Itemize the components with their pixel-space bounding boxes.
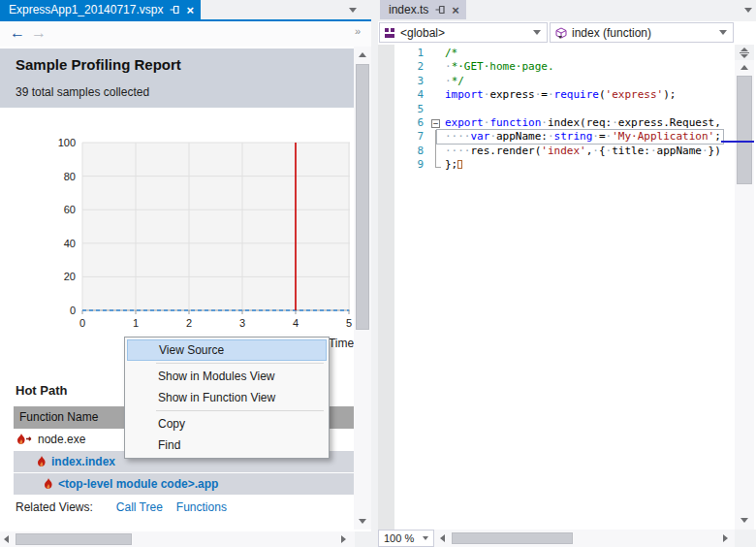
code-token: = bbox=[599, 130, 606, 143]
editor-navigation-bar: <global> index (function) bbox=[378, 21, 756, 45]
code-line-8[interactable]: ····res.render('index',·{·title:·appName… bbox=[445, 145, 733, 158]
svg-text:40: 40 bbox=[64, 238, 76, 249]
code-editor[interactable]: 123456789 − /*·*·GET·home·page.·*/import… bbox=[378, 45, 735, 530]
code-token: 'My·Application' bbox=[612, 130, 714, 143]
svg-text:0: 0 bbox=[70, 305, 76, 316]
scope-dropdown[interactable]: <global> bbox=[379, 22, 548, 43]
menu-separator bbox=[156, 410, 324, 411]
scope-value: <global> bbox=[400, 26, 528, 40]
back-button[interactable]: ← bbox=[10, 24, 25, 42]
code-token: index(req: bbox=[548, 116, 612, 129]
left-vertical-scrollbar[interactable] bbox=[354, 47, 371, 530]
report-title: Sample Profiling Report bbox=[16, 56, 181, 73]
scroll-left-icon[interactable] bbox=[4, 535, 9, 543]
chevron-down-icon[interactable] bbox=[719, 30, 727, 35]
close-icon[interactable]: × bbox=[186, 4, 194, 16]
code-line-9[interactable]: }; bbox=[445, 158, 733, 172]
editor-zoom-dropdown[interactable]: 100 % bbox=[378, 530, 434, 547]
right-vertical-scrollbar[interactable] bbox=[735, 45, 754, 530]
breakpoint-margin[interactable] bbox=[378, 45, 394, 530]
line-number: 9 bbox=[394, 158, 424, 172]
scroll-right-icon[interactable] bbox=[341, 535, 346, 543]
related-views: Related Views: Call TreeFunctions bbox=[16, 500, 227, 514]
cpu-usage-chart: 012345020406080100Time bbox=[0, 112, 378, 356]
close-icon[interactable]: × bbox=[452, 4, 459, 16]
code-token: ···· bbox=[445, 145, 471, 157]
code-token: · bbox=[592, 145, 599, 157]
left-vscroll-thumb[interactable] bbox=[356, 64, 369, 330]
report-subtitle: 39 total samples collected bbox=[16, 85, 149, 99]
scroll-left-icon[interactable] bbox=[440, 534, 445, 542]
code-line-4[interactable]: import·express·=·require('express'); bbox=[445, 88, 733, 102]
hot-path-row-top-level-module-code-app[interactable]: <top-level module code>.app bbox=[14, 473, 360, 496]
svg-text:60: 60 bbox=[64, 204, 76, 215]
svg-text:4: 4 bbox=[293, 317, 299, 329]
menu-item-show-in-modules-view[interactable]: Show in Modules View bbox=[127, 366, 327, 387]
code-token: function bbox=[489, 116, 541, 129]
function-name-label: node.exe bbox=[38, 429, 85, 451]
member-dropdown[interactable]: index (function) bbox=[550, 22, 734, 43]
code-token: /* bbox=[445, 47, 457, 59]
tab-well-dropdown-icon[interactable] bbox=[744, 8, 752, 13]
forward-button[interactable]: → bbox=[31, 24, 47, 42]
toolbar-overflow-button[interactable]: » bbox=[355, 25, 360, 37]
code-token: ( bbox=[599, 88, 606, 101]
chevron-down-icon[interactable] bbox=[533, 30, 541, 35]
code-token: ); bbox=[663, 88, 676, 101]
code-line-1[interactable]: /* bbox=[445, 47, 733, 60]
pane-separator[interactable] bbox=[371, 0, 378, 547]
scroll-down-icon[interactable] bbox=[359, 519, 366, 524]
caret-position-marker bbox=[721, 141, 754, 143]
svg-text:Time: Time bbox=[329, 337, 355, 350]
function-name-label[interactable]: <top-level module code>.app bbox=[58, 473, 218, 496]
editor-bottom-bar: 100 % bbox=[378, 530, 756, 547]
code-line-6[interactable]: export·function·index(req:·express.Reque… bbox=[445, 116, 733, 130]
svg-text:5: 5 bbox=[346, 317, 352, 329]
code-token: 'index' bbox=[541, 145, 585, 157]
left-hscroll-thumb[interactable] bbox=[16, 533, 132, 545]
tab-well-dropdown-icon[interactable] bbox=[349, 8, 357, 13]
related-views-label: Related Views: bbox=[16, 500, 93, 514]
code-line-3[interactable]: ·*/ bbox=[445, 75, 733, 88]
menu-item-show-in-function-view[interactable]: Show in Function View bbox=[127, 387, 327, 408]
outline-guide-line bbox=[435, 158, 436, 167]
svg-text:3: 3 bbox=[239, 317, 245, 329]
code-token: export bbox=[445, 116, 484, 129]
code-token: { bbox=[599, 145, 606, 157]
right-vscroll-thumb[interactable] bbox=[737, 76, 752, 184]
code-token: title: bbox=[612, 145, 650, 157]
scroll-up-icon[interactable] bbox=[740, 65, 748, 70]
function-name-label[interactable]: index.index bbox=[51, 451, 115, 473]
chevron-down-icon[interactable] bbox=[423, 536, 428, 540]
menu-item-view-source[interactable]: View Source bbox=[127, 339, 327, 361]
left-horizontal-scrollbar[interactable] bbox=[0, 531, 355, 547]
related-view-link-functions[interactable]: Functions bbox=[176, 500, 227, 514]
code-token: 'express' bbox=[606, 88, 664, 101]
context-menu: View SourceShow in Modules ViewShow in F… bbox=[124, 337, 330, 459]
code-line-7[interactable]: ····var·appName:·string·=·'My·Applicatio… bbox=[445, 130, 733, 144]
scroll-up-icon[interactable] bbox=[359, 52, 366, 57]
code-line-5[interactable] bbox=[445, 103, 733, 116]
menu-separator bbox=[156, 363, 324, 364]
pin-icon[interactable] bbox=[170, 5, 179, 15]
tab-expressapp-report[interactable]: ExpressApp1_20140717.vspx × bbox=[0, 0, 201, 19]
tab-index-ts[interactable]: index.ts × bbox=[380, 0, 466, 19]
menu-item-find[interactable]: Find bbox=[127, 434, 327, 456]
code-token: appName bbox=[657, 145, 702, 157]
editor-splitter-handle[interactable] bbox=[735, 45, 754, 60]
fold-collapse-icon[interactable]: − bbox=[431, 119, 440, 128]
report-toolbar: ← → » bbox=[0, 21, 378, 47]
code-token: · bbox=[445, 60, 452, 73]
related-view-link-call-tree[interactable]: Call Tree bbox=[116, 500, 163, 514]
code-token: *·GET·home·page. bbox=[452, 60, 554, 73]
scroll-right-icon[interactable] bbox=[723, 534, 728, 542]
scroll-down-icon[interactable] bbox=[740, 518, 748, 523]
zoom-value: 100 % bbox=[384, 532, 417, 544]
pin-icon[interactable] bbox=[435, 5, 445, 15]
flame-root-icon bbox=[16, 434, 33, 445]
code-line-2[interactable]: ·*·GET·home·page. bbox=[445, 60, 733, 74]
menu-item-copy[interactable]: Copy bbox=[127, 413, 327, 434]
right-hscroll-thumb[interactable] bbox=[452, 532, 573, 544]
code-token: · bbox=[445, 75, 452, 87]
code-token: · bbox=[592, 130, 599, 143]
